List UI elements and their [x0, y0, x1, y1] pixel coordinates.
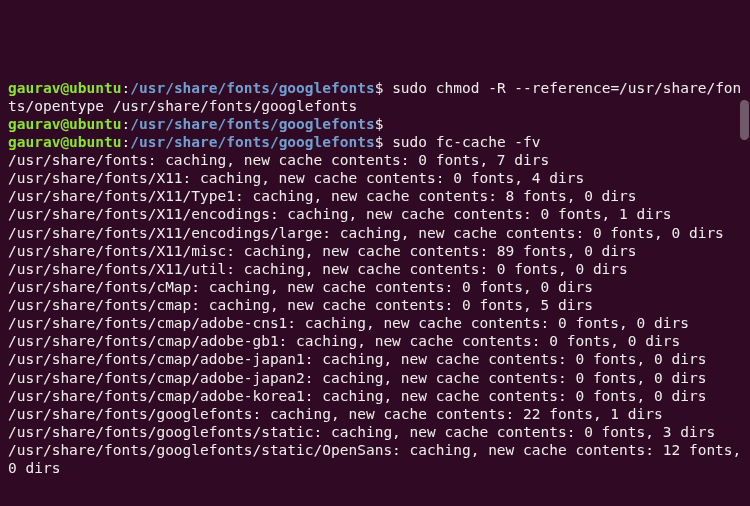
output-line: /usr/share/fonts/cmap/adobe-korea1: cach…: [8, 387, 742, 405]
output-line: /usr/share/fonts: caching, new cache con…: [8, 151, 742, 169]
output-line: /usr/share/fonts/cmap/adobe-cns1: cachin…: [8, 314, 742, 332]
scrollbar-thumb[interactable]: [740, 100, 749, 140]
prompt-line-2: gaurav@ubuntu:/usr/share/fonts/googlefon…: [8, 115, 742, 133]
prompt-line-3: gaurav@ubuntu:/usr/share/fonts/googlefon…: [8, 133, 742, 151]
output-line: /usr/share/fonts/googlefonts/static/Open…: [8, 441, 742, 477]
output-line: /usr/share/fonts/cmap/adobe-japan1: cach…: [8, 350, 742, 368]
output-line: /usr/share/fonts/cmap: caching, new cach…: [8, 296, 742, 314]
user-host: gaurav@ubuntu: [8, 80, 122, 96]
cwd: /usr/share/fonts/googlefonts: [130, 134, 374, 150]
output-line: /usr/share/fonts/X11/misc: caching, new …: [8, 242, 742, 260]
cwd: /usr/share/fonts/googlefonts: [130, 80, 374, 96]
output-line: /usr/share/fonts/X11/Type1: caching, new…: [8, 187, 742, 205]
output-line: /usr/share/fonts/googlefonts: caching, n…: [8, 405, 742, 423]
output-line: /usr/share/fonts/cmap/adobe-gb1: caching…: [8, 332, 742, 350]
output-line: /usr/share/fonts/X11/util: caching, new …: [8, 260, 742, 278]
command-fc-cache: sudo fc-cache -fv: [392, 134, 540, 150]
user-host: gaurav@ubuntu: [8, 134, 122, 150]
output-line: /usr/share/fonts/X11/encodings: caching,…: [8, 205, 742, 223]
cwd: /usr/share/fonts/googlefonts: [130, 116, 374, 132]
terminal-window[interactable]: gaurav@ubuntu:/usr/share/fonts/googlefon…: [8, 79, 742, 478]
output-line: /usr/share/fonts/cMap: caching, new cach…: [8, 278, 742, 296]
output-line: /usr/share/fonts/X11/encodings/large: ca…: [8, 224, 742, 242]
output-line: /usr/share/fonts/X11: caching, new cache…: [8, 169, 742, 187]
user-host: gaurav@ubuntu: [8, 116, 122, 132]
output-line: /usr/share/fonts/googlefonts/static: cac…: [8, 423, 742, 441]
output-line: /usr/share/fonts/cmap/adobe-japan2: cach…: [8, 369, 742, 387]
scrollbar[interactable]: [738, 0, 750, 506]
prompt-line-1: gaurav@ubuntu:/usr/share/fonts/googlefon…: [8, 79, 742, 115]
